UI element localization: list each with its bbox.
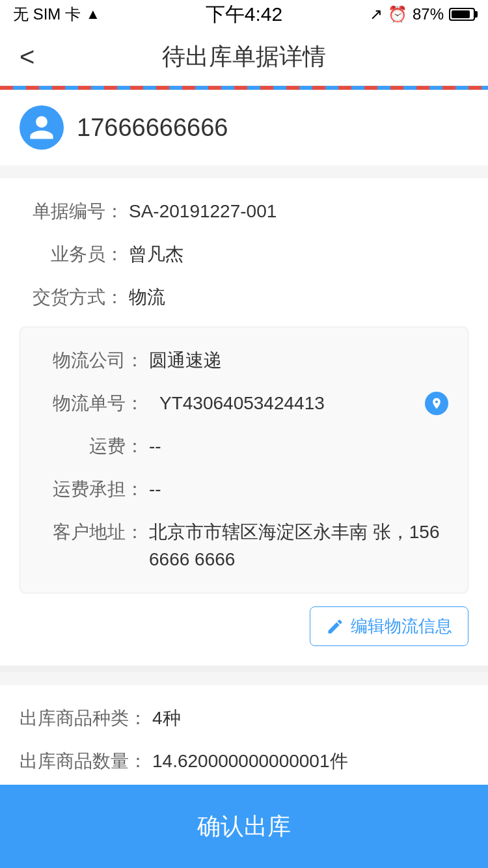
status-bar: 无 SIM 卡 ▲ 下午4:42 ↗ ⏰ 87% <box>0 0 488 29</box>
sales-person-value: 曾凡杰 <box>129 241 468 268</box>
logistics-company-label: 物流公司： <box>40 347 144 374</box>
basic-info-section: 单据编号： SA-20191227-001 业务员： 曾凡杰 交货方式： 物流 … <box>0 178 488 666</box>
freight-value: -- <box>149 433 448 460</box>
address-label: 客户地址： <box>40 519 144 546</box>
document-number-row: 单据编号： SA-20191227-001 <box>20 198 468 225</box>
carrier-text: 无 SIM 卡 <box>13 4 81 25</box>
confirm-outbound-button[interactable]: 确认出库 <box>20 798 468 855</box>
edit-logistics-action: 编辑物流信息 <box>20 606 468 646</box>
status-bar-time: 下午4:42 <box>206 1 282 28</box>
user-phone: 17666666666 <box>77 114 228 142</box>
logistics-company-value: 圆通速递 <box>149 347 448 374</box>
battery-percent: 87% <box>413 5 444 23</box>
goods-type-label: 出库商品种类： <box>20 705 147 732</box>
delivery-method-row: 交货方式： 物流 <box>20 284 468 311</box>
tracking-location-icon[interactable] <box>425 392 448 415</box>
tracking-label: 物流单号： <box>40 390 144 417</box>
freight-bearer-label: 运费承担： <box>40 476 144 503</box>
tracking-row: 物流单号： YT43064053424413 <box>40 390 448 417</box>
section-separator <box>0 666 488 672</box>
freight-bearer-value: -- <box>149 476 448 503</box>
edit-logistics-button[interactable]: 编辑物流信息 <box>310 606 468 646</box>
battery-bar <box>449 8 475 21</box>
edit-icon <box>326 617 344 636</box>
freight-bearer-row: 运费承担： -- <box>40 476 448 503</box>
wifi-icon: ▲ <box>86 6 100 23</box>
back-button[interactable]: < <box>13 36 41 78</box>
logistics-section: 物流公司： 圆通速递 物流单号： YT43064053424413 运费： --… <box>20 327 468 593</box>
document-number-value: SA-20191227-001 <box>129 198 468 225</box>
confirm-btn-label: 确认出库 <box>197 811 291 843</box>
battery-fill <box>452 10 470 18</box>
location-icon: ↗ <box>370 5 383 23</box>
goods-quantity-label: 出库商品数量： <box>20 748 147 775</box>
map-pin-icon <box>430 397 443 410</box>
status-bar-right: ↗ ⏰ 87% <box>370 5 475 23</box>
status-bar-left: 无 SIM 卡 ▲ <box>13 4 100 25</box>
user-avatar <box>20 105 64 150</box>
goods-type-row: 出库商品种类： 4种 <box>20 705 468 732</box>
freight-label: 运费： <box>40 433 144 460</box>
tracking-value: YT43064053424413 <box>159 390 414 417</box>
document-number-label: 单据编号： <box>20 198 124 225</box>
sales-person-label: 业务员： <box>20 241 124 268</box>
goods-quantity-row: 出库商品数量： 14.620000000000001件 <box>20 748 468 775</box>
nav-bar: < 待出库单据详情 <box>0 29 488 86</box>
confirm-btn-container: 确认出库 <box>0 785 488 868</box>
edit-logistics-label: 编辑物流信息 <box>351 615 452 638</box>
delivery-method-value: 物流 <box>129 284 468 311</box>
freight-row: 运费： -- <box>40 433 448 460</box>
alarm-icon: ⏰ <box>388 5 407 23</box>
sales-person-row: 业务员： 曾凡杰 <box>20 241 468 268</box>
user-header: 17666666666 <box>0 90 488 165</box>
goods-type-value: 4种 <box>152 705 468 732</box>
nav-title: 待出库单据详情 <box>162 41 326 73</box>
logistics-company-row: 物流公司： 圆通速递 <box>40 347 448 374</box>
delivery-method-label: 交货方式： <box>20 284 124 311</box>
address-row: 客户地址： 北京市市辖区海淀区永丰南 张，156 6666 6666 <box>40 519 448 573</box>
goods-quantity-value: 14.620000000000001件 <box>152 748 468 775</box>
address-value: 北京市市辖区海淀区永丰南 张，156 6666 6666 <box>149 519 448 573</box>
avatar-icon <box>27 113 56 142</box>
